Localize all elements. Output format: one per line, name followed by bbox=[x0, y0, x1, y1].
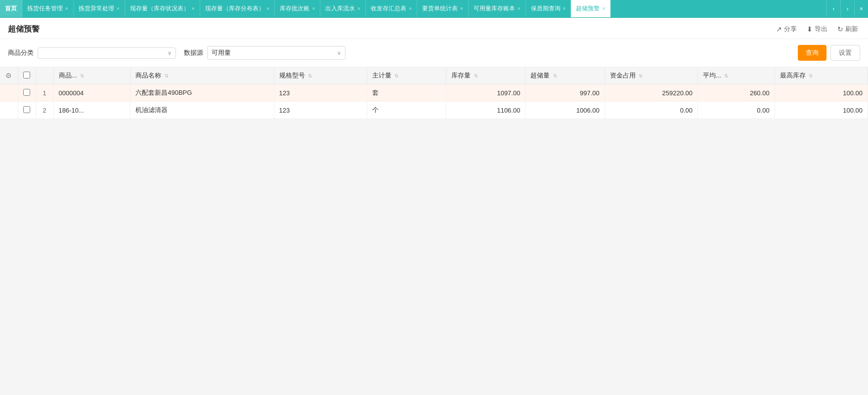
col-product-name: 商品名称 ⇅ bbox=[130, 67, 274, 84]
row-capital: 259220.00 bbox=[605, 84, 697, 102]
nav-stock-dist[interactable]: 现存量（库存分布表） × bbox=[200, 0, 275, 17]
query-button[interactable]: 查询 bbox=[798, 45, 826, 61]
share-button[interactable]: ↗ 分享 bbox=[774, 24, 799, 35]
table-header-row: ⚙ 商品... ⇅ 商品名称 ⇅ 规格型号 bbox=[0, 67, 868, 84]
row-max-stock: 100.00 bbox=[775, 84, 868, 102]
export-icon: ⬇ bbox=[807, 25, 813, 33]
close-icon[interactable]: × bbox=[563, 6, 566, 11]
sort-icon[interactable]: ⇅ bbox=[639, 73, 643, 79]
nav-order-stats[interactable]: 要货单统计表 × bbox=[417, 0, 469, 17]
datasource-filter-group: 数据源 可用量 ∨ bbox=[184, 46, 346, 60]
page-header: 超储预警 ↗ 分享 ⬇ 导出 ↻ 刷新 bbox=[0, 18, 868, 39]
col-spec: 规格型号 ⇅ bbox=[274, 67, 367, 84]
col-avg: 平均... ⇅ bbox=[697, 67, 775, 84]
sort-icon[interactable]: ⇅ bbox=[809, 73, 813, 79]
col-capital: 资金占用 ⇅ bbox=[605, 67, 697, 84]
close-icon[interactable]: × bbox=[267, 6, 270, 11]
nav-overstock[interactable]: 超储预警 × bbox=[571, 0, 610, 17]
nav-arrows: ‹ › × bbox=[826, 0, 868, 18]
refresh-button[interactable]: ↻ 刷新 bbox=[835, 24, 860, 35]
col-overstock: 超储量 ⇅ bbox=[525, 67, 605, 84]
nav-stock-status[interactable]: 现存量（库存状况表） × bbox=[125, 0, 200, 17]
close-icon[interactable]: × bbox=[117, 6, 120, 11]
table-container: ⚙ 商品... ⇅ 商品名称 ⇅ 规格型号 bbox=[0, 67, 868, 119]
datasource-select[interactable]: 可用量 ∨ bbox=[207, 46, 346, 60]
close-icon[interactable]: × bbox=[518, 6, 521, 11]
sort-icon[interactable]: ⇅ bbox=[474, 73, 478, 79]
category-filter-group: 商品分类 ∨ bbox=[8, 47, 176, 59]
col-product-code: 商品... ⇅ bbox=[53, 67, 130, 84]
gear-icon[interactable]: ⚙ bbox=[5, 72, 12, 79]
filter-buttons: 查询 设置 bbox=[798, 45, 860, 61]
refresh-icon: ↻ bbox=[837, 25, 843, 33]
row-unit: 套 bbox=[367, 84, 446, 102]
sort-icon[interactable]: ⇅ bbox=[724, 73, 728, 79]
col-index bbox=[36, 67, 53, 84]
row-checkbox[interactable] bbox=[23, 106, 30, 113]
table-body: 1 0000004 六配套新昌490BPG 123 套 1097.00 997.… bbox=[0, 84, 868, 119]
nav-close-arrow[interactable]: × bbox=[854, 0, 868, 18]
nav-flow[interactable]: 出入库流水 × bbox=[320, 0, 366, 17]
sort-icon[interactable]: ⇅ bbox=[80, 73, 84, 79]
nav-available-stock[interactable]: 可用量库存账本 × bbox=[469, 0, 526, 17]
row-spec: 123 bbox=[274, 84, 367, 102]
row-avg: 260.00 bbox=[697, 84, 775, 102]
row-capital: 0.00 bbox=[605, 102, 697, 119]
category-label: 商品分类 bbox=[8, 48, 34, 57]
page-title: 超储预警 bbox=[8, 24, 40, 35]
row-spec: 123 bbox=[274, 102, 367, 119]
nav-summary[interactable]: 收发存汇总表 × bbox=[366, 0, 417, 17]
sort-icon[interactable]: ⇅ bbox=[165, 73, 169, 79]
row-overstock: 1006.00 bbox=[525, 102, 605, 119]
category-select[interactable]: ∨ bbox=[38, 47, 176, 59]
close-icon[interactable]: × bbox=[357, 6, 360, 11]
chevron-down-icon: ∨ bbox=[337, 50, 341, 56]
row-index: 1 bbox=[36, 84, 53, 102]
row-product-code: 0000004 bbox=[53, 84, 130, 102]
row-product-name: 机油滤清器 bbox=[130, 102, 274, 119]
row-settings-cell bbox=[0, 102, 18, 119]
select-all-checkbox[interactable] bbox=[23, 72, 30, 79]
datasource-label: 数据源 bbox=[184, 48, 203, 57]
share-icon: ↗ bbox=[776, 25, 782, 33]
data-table: ⚙ 商品... ⇅ 商品名称 ⇅ 规格型号 bbox=[0, 67, 868, 119]
row-checkbox-cell[interactable] bbox=[18, 84, 36, 102]
nav-home[interactable]: 首页 bbox=[0, 0, 22, 17]
col-max-stock: 最高库存 ⇅ bbox=[775, 67, 868, 84]
col-checkbox bbox=[18, 67, 36, 84]
nav-expiry[interactable]: 保质期查询 × bbox=[526, 0, 571, 17]
filter-bar: 商品分类 ∨ 数据源 可用量 ∨ 查询 设置 bbox=[0, 39, 868, 67]
nav-right-arrow[interactable]: › bbox=[840, 0, 854, 18]
row-unit: 个 bbox=[367, 102, 446, 119]
row-avg: 0.00 bbox=[697, 102, 775, 119]
row-index: 2 bbox=[36, 102, 53, 119]
chevron-down-icon: ∨ bbox=[168, 50, 172, 56]
close-icon[interactable]: × bbox=[312, 6, 315, 11]
row-stock: 1097.00 bbox=[446, 84, 525, 102]
close-icon[interactable]: × bbox=[460, 6, 463, 11]
export-button[interactable]: ⬇ 导出 bbox=[805, 24, 829, 35]
nav-bar: 首页 拣货任务管理 × 拣货异常处理 × 现存量（库存状况表） × 现存量（库存… bbox=[0, 0, 868, 18]
nav-exception[interactable]: 拣货异常处理 × bbox=[74, 0, 125, 17]
row-product-name: 六配套新昌490BPG bbox=[130, 84, 274, 102]
col-stock: 库存量 ⇅ bbox=[446, 67, 525, 84]
settings-button[interactable]: 设置 bbox=[830, 45, 860, 61]
col-unit: 主计量 ⇅ bbox=[367, 67, 446, 84]
row-checkbox[interactable] bbox=[23, 89, 30, 96]
close-icon[interactable]: × bbox=[65, 6, 68, 11]
sort-icon[interactable]: ⇅ bbox=[394, 73, 398, 79]
nav-task-mgmt[interactable]: 拣货任务管理 × bbox=[22, 0, 74, 17]
close-icon[interactable]: × bbox=[602, 6, 605, 11]
sort-icon[interactable]: ⇅ bbox=[553, 73, 557, 79]
row-checkbox-cell[interactable] bbox=[18, 102, 36, 119]
col-settings: ⚙ bbox=[0, 67, 18, 84]
nav-left-arrow[interactable]: ‹ bbox=[826, 0, 840, 18]
table-row: 2 186-10... 机油滤清器 123 个 1106.00 1006.00 … bbox=[0, 102, 868, 119]
nav-batch-account[interactable]: 库存批次账 × bbox=[275, 0, 320, 17]
table-row: 1 0000004 六配套新昌490BPG 123 套 1097.00 997.… bbox=[0, 84, 868, 102]
close-icon[interactable]: × bbox=[409, 6, 412, 11]
close-icon[interactable]: × bbox=[192, 6, 195, 11]
row-overstock: 997.00 bbox=[525, 84, 605, 102]
page-actions: ↗ 分享 ⬇ 导出 ↻ 刷新 bbox=[774, 24, 860, 35]
sort-icon[interactable]: ⇅ bbox=[308, 73, 312, 79]
